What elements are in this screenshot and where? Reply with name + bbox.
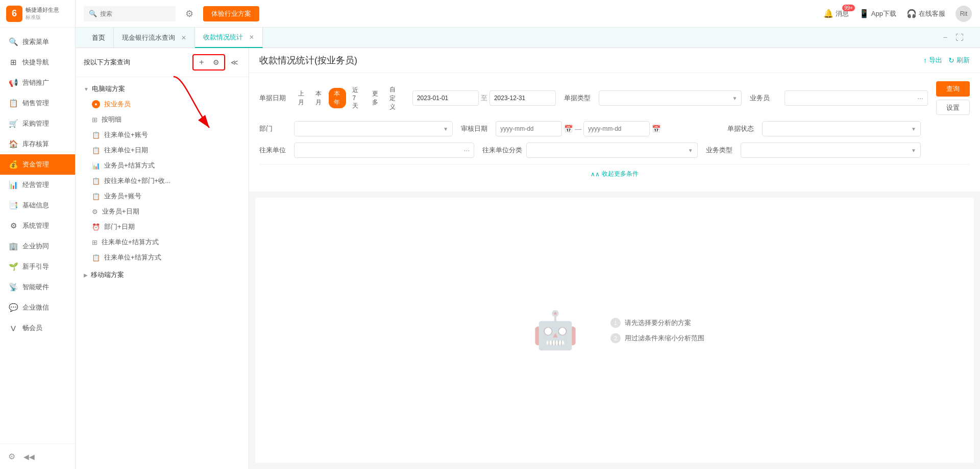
left-panel-header-actions: + ⚙ ≪ <box>192 54 240 71</box>
sidebar-item-purchase[interactable]: 🛒采购管理 <box>0 113 75 134</box>
dept-arrow: ▼ <box>443 126 448 132</box>
sidebar-item-system[interactable]: ⚙系统管理 <box>0 216 75 236</box>
review-date-from-input[interactable] <box>496 121 562 136</box>
partner-select[interactable]: ··· <box>294 143 474 158</box>
minimize-icon[interactable]: － <box>941 32 949 43</box>
tab-bank-label: 现金银行流水查询 <box>122 33 175 42</box>
sidebar-item-hardware[interactable]: 📡智能硬件 <box>0 277 75 297</box>
date-tab-this-year[interactable]: 本年 <box>329 88 346 108</box>
partner-more-btn[interactable]: ··· <box>464 146 470 154</box>
date-tab-more[interactable]: 更多 <box>368 88 383 108</box>
review-date-to-input[interactable] <box>583 121 650 136</box>
more-options-btn[interactable]: ··· <box>917 94 923 102</box>
tab-bank[interactable]: 现金银行流水查询 ✕ <box>114 28 195 48</box>
query-button[interactable]: 查询 <box>936 81 970 97</box>
scheme-salesperson-date[interactable]: ⚙ 业务员+日期 <box>84 204 249 219</box>
date-to-input[interactable] <box>489 90 556 106</box>
docstatus-select[interactable]: ▼ <box>762 121 921 136</box>
scheme-partner-payment2[interactable]: 📋 往来单位+结算方式 <box>84 250 249 265</box>
tip-text-1: 请先选择要分析的方案 <box>625 318 691 327</box>
scheme-by-detail[interactable]: ⊞ 按明细 <box>84 112 249 127</box>
collapse-bar[interactable]: ∧∧ 收起更多条件 <box>259 164 970 183</box>
biztype-select[interactable]: ▼ <box>741 143 921 158</box>
date-tab-7days[interactable]: 近7天 <box>348 84 365 112</box>
search-input[interactable] <box>100 10 170 17</box>
messages-button[interactable]: 🔔 消息 99+ <box>823 9 849 18</box>
sidebar-item-wechat[interactable]: 💬企业微信 <box>0 297 75 318</box>
review-cal-icon-from[interactable]: 📅 <box>564 125 573 133</box>
trial-button[interactable]: 体验行业方案 <box>203 6 259 21</box>
collapse-panel-button[interactable]: ≪ <box>228 56 240 68</box>
left-panel-header: 按以下方案查询 + ⚙ ≪ <box>76 48 249 77</box>
sidebar-item-finance[interactable]: 💰资金管理 <box>0 154 75 175</box>
biztype-label: 业务类型 <box>706 146 737 155</box>
operation-icon: 📊 <box>8 180 18 190</box>
basic-icon: 📑 <box>8 200 18 210</box>
scheme-dept-date[interactable]: ⏰ 部门+日期 <box>84 219 249 235</box>
refresh-button[interactable]: ↻ 刷新 <box>948 56 970 65</box>
topbar-left: 🔍 ⚙ 体验行业方案 <box>84 6 259 21</box>
add-scheme-button[interactable]: + <box>195 56 208 68</box>
guide-icon: 🌱 <box>8 262 18 272</box>
search-box[interactable]: 🔍 <box>84 6 176 21</box>
sidebar-item-search[interactable]: 🔍搜索菜单 <box>0 32 75 52</box>
sidebar-item-operation[interactable]: 📊经营管理 <box>0 175 75 195</box>
date-from-input[interactable] <box>412 90 479 106</box>
filter-row-2: 部门 ▼ 审核日期 📅 — 📅 <box>259 121 970 136</box>
scheme-partner-dept[interactable]: 📋 按往来单位+部门+收... <box>84 173 249 189</box>
header-highlight-box: + ⚙ <box>192 54 225 71</box>
settings-button[interactable]: 设置 <box>936 100 970 115</box>
salesperson-select[interactable]: ··· <box>785 90 928 106</box>
scheme-by-salesperson[interactable]: ● 按业务员 <box>84 97 249 112</box>
scheme-partner-account[interactable]: 📋 往来单位+账号 <box>84 127 249 143</box>
sidebar-item-sales[interactable]: 📋销售管理 <box>0 93 75 113</box>
tab-receivable[interactable]: 收款情况统计 ✕ <box>195 28 263 48</box>
scheme-partner-payment1[interactable]: ⊞ 往来单位+结算方式 <box>84 235 249 250</box>
service-icon: 🎧 <box>906 9 917 18</box>
sidebar-item-guide[interactable]: 🌱新手引导 <box>0 256 75 277</box>
sidebar-item-quicknav[interactable]: ⊞快捷导航 <box>0 52 75 73</box>
settings-scheme-button[interactable]: ⚙ <box>210 56 222 68</box>
logo-text-block: 畅捷通好生意 标准版 <box>26 6 59 21</box>
desktop-section[interactable]: ▼ 电脑端方案 <box>76 81 249 97</box>
salesperson-account-icon: 📋 <box>92 193 100 200</box>
export-button[interactable]: ↑ 导出 <box>923 56 942 65</box>
partner-label: 往来单位 <box>259 146 290 155</box>
mobile-section[interactable]: ▶ 移动端方案 <box>76 267 249 283</box>
sidebar-item-marketing[interactable]: 📢营销推广 <box>0 73 75 93</box>
empty-illustration: 🤖 <box>525 300 586 361</box>
date-tab-custom[interactable]: 自定义 <box>385 84 404 113</box>
tab-home[interactable]: 首页 <box>84 28 114 48</box>
dept-select[interactable]: ▼ <box>294 121 453 136</box>
sidebar-item-enterprise[interactable]: 🏢企业协同 <box>0 236 75 256</box>
expand-arrow-mobile: ▶ <box>84 272 88 278</box>
scheme-partner-date[interactable]: 📋 往来单位+日期 <box>84 143 249 158</box>
search-icon: 🔍 <box>89 10 97 17</box>
logo-area: 6 畅捷通好生意 标准版 <box>0 0 75 28</box>
review-cal-icon-to[interactable]: 📅 <box>652 125 660 133</box>
maximize-icon[interactable]: ⛶ <box>955 33 964 42</box>
tip-num-1: 1 <box>610 318 621 328</box>
user-avatar[interactable]: Rit <box>955 6 972 22</box>
scheme-salesperson-account[interactable]: 📋 业务员+账号 <box>84 189 249 204</box>
sidebar-item-inventory[interactable]: 🏠库存核算 <box>0 134 75 154</box>
scheme-salesperson-payment[interactable]: 📊 业务员+结算方式 <box>84 158 249 173</box>
gear-icon[interactable]: ⚙ <box>182 6 197 21</box>
online-service-button[interactable]: 🎧 在线客服 <box>906 9 945 18</box>
partnerclassify-select[interactable]: ▼ <box>526 143 697 158</box>
tab-receivable-close[interactable]: ✕ <box>249 34 254 41</box>
sidebar-item-basic[interactable]: 📑基础信息 <box>0 195 75 216</box>
bell-icon: 🔔 <box>823 9 834 18</box>
app-download-button[interactable]: 📱 App下载 <box>859 9 896 18</box>
tab-receivable-label: 收款情况统计 <box>203 33 243 42</box>
doctype-select[interactable]: ▼ <box>599 90 742 106</box>
sidebar-item-member[interactable]: V畅会员 <box>0 318 75 338</box>
member-icon: V <box>8 323 18 333</box>
date-tab-this-month[interactable]: 本月 <box>311 88 327 108</box>
sidebar-label-guide: 新手引导 <box>22 262 49 271</box>
sidebar-settings-icon[interactable]: ⚙ <box>8 452 15 461</box>
salesperson-label: 业务员 <box>750 93 780 103</box>
date-tab-last-month[interactable]: 上月 <box>294 88 309 108</box>
tab-bank-close[interactable]: ✕ <box>181 34 186 41</box>
sidebar-collapse-icon[interactable]: ◀◀ <box>23 453 35 461</box>
